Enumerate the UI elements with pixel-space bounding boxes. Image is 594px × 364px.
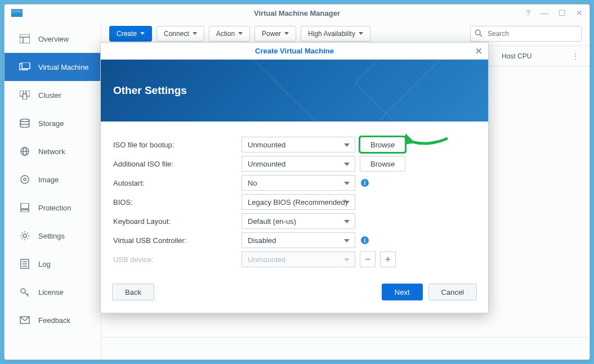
sidebar-label: Network [38,147,65,156]
svg-point-21 [21,289,25,293]
remove-usb-button: − [360,251,376,267]
label-autostart: Autostart: [113,179,242,187]
label-usb-controller: Virtual USB Controller: [113,236,242,245]
settings-icon [19,231,30,241]
svg-line-24 [480,34,482,37]
network-icon [19,146,30,156]
create-vm-modal: Create Virtual Machine ✕ Other Settings … [100,42,489,313]
sidebar-label: License [38,288,64,296]
modal-title-bar: Create Virtual Machine ✕ [101,43,488,60]
create-button[interactable]: Create [109,26,152,42]
image-icon [19,174,30,185]
close-window-icon[interactable]: ✕ [576,8,583,17]
help-icon[interactable]: ? [526,8,530,17]
minimize-icon[interactable]: — [541,8,548,17]
sidebar-label: Settings [38,232,65,240]
sidebar: Overview Virtual Machine Cluster Storage… [5,21,101,359]
svg-point-16 [23,234,26,237]
svg-point-8 [20,119,29,122]
label-iso-bootup: ISO file for bootup: [113,141,242,149]
svg-rect-7 [23,94,27,100]
svg-rect-4 [22,62,30,69]
label-usb-device: USB device: [113,255,242,264]
select-usb-controller[interactable]: Disabled [242,232,355,248]
maximize-icon[interactable]: ☐ [559,8,566,17]
select-bios[interactable]: Legacy BIOS (Recommended) [242,194,355,210]
sidebar-item-log[interactable]: Log [5,250,101,278]
next-button[interactable]: Next [382,284,423,300]
svg-rect-14 [21,203,29,209]
sidebar-item-storage[interactable]: Storage [5,109,101,137]
modal-title: Create Virtual Machine [255,47,334,55]
power-button[interactable]: Power [254,26,296,42]
search-input[interactable] [470,26,582,42]
titlebar: Virtual Machine Manager ? — ☐ ✕ [5,5,589,21]
modal-form: ISO file for bootup: Unmounted Browse Ad… [101,122,488,275]
column-menu-icon[interactable]: ⋮ [569,52,582,60]
window-title: Virtual Machine Manager [5,9,589,17]
sidebar-label: Virtual Machine [38,63,88,71]
select-additional-iso[interactable]: Unmounted [242,156,355,172]
select-keyboard[interactable]: Default (en-us) [242,213,355,229]
select-autostart[interactable]: No [242,175,355,191]
app-icon [11,9,23,17]
select-usb-device: Unmounted [242,251,355,267]
banner-heading: Other Settings [113,84,187,97]
sidebar-item-cluster[interactable]: Cluster [5,81,101,109]
sidebar-label: Feedback [38,316,70,325]
storage-icon [19,118,30,128]
overview-icon [19,34,30,44]
status-bar [101,337,589,359]
info-icon[interactable]: i [361,236,369,244]
sidebar-label: Log [38,260,51,268]
high-availability-button[interactable]: High Availability [301,26,370,42]
sidebar-item-license[interactable]: License [5,278,101,306]
info-icon[interactable]: i [361,179,369,187]
svg-rect-0 [20,34,30,43]
cancel-button[interactable]: Cancel [428,284,477,300]
modal-footer: Back Next Cancel [101,275,488,313]
vm-icon [19,62,30,72]
sidebar-item-settings[interactable]: Settings [5,222,101,250]
connect-button[interactable]: Connect [157,26,204,42]
sidebar-item-image[interactable]: Image [5,165,101,194]
svg-rect-15 [21,210,29,212]
svg-point-12 [21,176,29,183]
back-button[interactable]: Back [112,284,154,300]
column-host-cpu[interactable]: Host CPU [502,52,569,60]
svg-point-23 [475,30,480,35]
log-icon [19,259,30,269]
close-icon[interactable]: ✕ [475,46,483,56]
sidebar-label: Cluster [38,91,61,100]
label-keyboard: Keyboard Layout: [113,217,242,226]
cluster-icon [19,90,30,100]
sidebar-item-network[interactable]: Network [5,137,101,165]
add-usb-button: + [380,251,396,267]
modal-banner: Other Settings [101,60,488,122]
sidebar-item-overview[interactable]: Overview [5,25,101,53]
sidebar-label: Storage [38,119,64,128]
select-iso-bootup[interactable]: Unmounted [242,137,355,152]
sidebar-item-virtual-machine[interactable]: Virtual Machine [5,53,101,81]
browse-additional-iso-button[interactable]: Browse [360,156,405,172]
svg-point-13 [24,178,26,181]
sidebar-label: Overview [38,35,69,43]
browse-iso-button[interactable]: Browse [360,137,405,152]
sidebar-item-protection[interactable]: Protection [5,194,101,222]
sidebar-item-feedback[interactable]: Feedback [5,306,101,334]
label-bios: BIOS: [113,198,242,206]
protection-icon [19,203,30,213]
search-icon [475,29,483,37]
label-additional-iso: Additional ISO file: [113,160,242,168]
feedback-icon [19,315,30,325]
license-icon [19,287,30,297]
sidebar-label: Protection [38,204,72,212]
search-wrap [470,26,582,42]
window-controls: ? — ☐ ✕ [526,8,583,17]
action-button[interactable]: Action [209,26,250,42]
sidebar-label: Image [38,176,59,184]
